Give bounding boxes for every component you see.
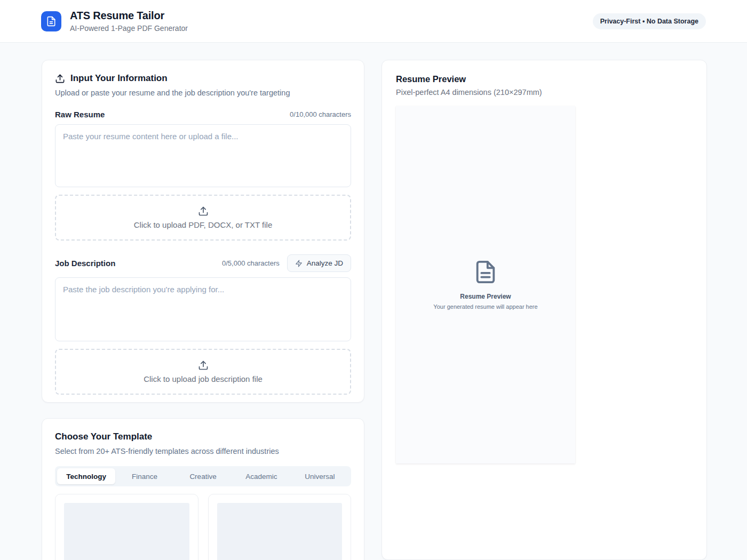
input-card-title: Input Your Information <box>70 73 168 84</box>
resume-preview-card: Resume Preview Pixel-perfect A4 dimensio… <box>382 60 707 560</box>
input-card-subtitle: Upload or paste your resume and the job … <box>55 89 351 97</box>
preview-placeholder: Resume Preview Your generated resume wil… <box>433 260 537 310</box>
upload-icon <box>198 360 209 371</box>
app-header: ATS Resume Tailor AI-Powered 1-Page PDF … <box>0 0 747 43</box>
tab-finance[interactable]: Finance <box>115 468 173 484</box>
raw-resume-input[interactable] <box>55 124 351 187</box>
privacy-badge: Privacy-First • No Data Storage <box>593 13 706 29</box>
analyze-jd-label: Analyze JD <box>307 259 343 267</box>
page-title: ATS Resume Tailor <box>70 10 188 22</box>
tab-academic[interactable]: Academic <box>232 468 290 484</box>
file-text-icon <box>473 260 498 284</box>
job-description-char-counter: 0/5,000 characters <box>222 259 280 267</box>
tab-creative[interactable]: Creative <box>174 468 232 484</box>
template-grid <box>55 494 351 560</box>
jd-upload-dropzone[interactable]: Click to upload job description file <box>55 349 351 395</box>
preview-placeholder-title: Resume Preview <box>460 293 511 300</box>
template-category-tabs: Technology Finance Creative Academic Uni… <box>55 466 351 486</box>
jd-upload-text: Click to upload job description file <box>144 374 263 383</box>
raw-resume-label: Raw Resume <box>55 110 105 119</box>
template-card-item[interactable] <box>55 494 198 560</box>
preview-title: Resume Preview <box>396 74 693 84</box>
resume-upload-text: Click to upload PDF, DOCX, or TXT file <box>134 220 273 229</box>
zap-icon <box>295 260 303 267</box>
app-logo <box>41 11 61 31</box>
raw-resume-char-counter: 0/10,000 characters <box>290 110 351 118</box>
template-card-title: Choose Your Template <box>55 431 351 442</box>
page-subtitle: AI-Powered 1-Page PDF Generator <box>70 24 188 33</box>
preview-placeholder-text: Your generated resume will appear here <box>433 303 537 310</box>
analyze-jd-button[interactable]: Analyze JD <box>287 254 351 272</box>
a4-preview-page: Resume Preview Your generated resume wil… <box>396 106 575 463</box>
resume-upload-dropzone[interactable]: Click to upload PDF, DOCX, or TXT file <box>55 195 351 241</box>
tab-universal[interactable]: Universal <box>291 468 349 484</box>
input-information-card: Input Your Information Upload or paste y… <box>42 60 364 403</box>
job-description-input[interactable] <box>55 277 351 341</box>
job-description-label: Job Description <box>55 259 115 268</box>
upload-icon <box>55 74 65 84</box>
preview-subtitle: Pixel-perfect A4 dimensions (210×297mm) <box>396 88 693 97</box>
tab-technology[interactable]: Technology <box>57 468 115 484</box>
template-thumbnail <box>64 503 189 560</box>
upload-icon <box>198 206 209 217</box>
choose-template-card: Choose Your Template Select from 20+ ATS… <box>42 418 364 560</box>
template-thumbnail <box>217 503 343 560</box>
template-card-subtitle: Select from 20+ ATS-friendly templates a… <box>55 447 351 455</box>
template-card-item[interactable] <box>208 494 352 560</box>
file-text-icon <box>46 16 57 27</box>
